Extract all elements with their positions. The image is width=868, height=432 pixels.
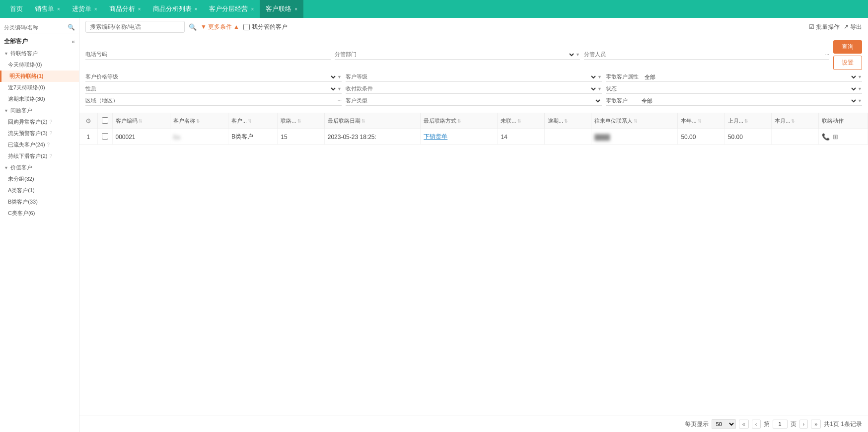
nav-close-icon[interactable]: × bbox=[57, 6, 60, 12]
sidebar-group-价值客户[interactable]: 价值客户 bbox=[0, 162, 79, 173]
sidebar-item-C类客户(6)[interactable]: C类客户(6) bbox=[0, 208, 79, 219]
phone-input[interactable] bbox=[119, 52, 331, 58]
sort-icon-unit_contact[interactable]: ⇅ bbox=[634, 119, 638, 124]
retail-customer-select[interactable]: 全部 bbox=[640, 97, 858, 104]
sort-icon-overdue[interactable]: ⇅ bbox=[564, 119, 568, 124]
last-page-button[interactable]: » bbox=[811, 420, 821, 429]
more-conditions-button[interactable]: ▼ 更多条件 ▲ bbox=[201, 23, 239, 31]
sort-icon-last_contact_method[interactable]: ⇅ bbox=[457, 119, 461, 124]
export-button[interactable]: ↗ 导出 bbox=[844, 23, 862, 31]
filter-status: 状态 ▼ bbox=[606, 85, 862, 94]
select-all-checkbox[interactable] bbox=[102, 117, 108, 124]
my-customers-checkbox[interactable] bbox=[243, 24, 250, 30]
nav-item-商品分析列表[interactable]: 商品分析列表× bbox=[147, 0, 204, 18]
help-icon[interactable]: ? bbox=[49, 153, 52, 159]
nav-item-客户分层经营[interactable]: 客户分层经营× bbox=[203, 0, 260, 18]
sidebar-search-input[interactable] bbox=[4, 24, 68, 30]
nav-close-icon[interactable]: × bbox=[195, 6, 198, 12]
help-icon[interactable]: ? bbox=[49, 131, 52, 136]
th-code[interactable]: 客户编码⇅ bbox=[112, 113, 170, 129]
sidebar-item-未分组(32)[interactable]: 未分组(32) bbox=[0, 173, 79, 185]
nav-close-icon[interactable]: × bbox=[138, 6, 141, 12]
region-input[interactable] bbox=[122, 98, 338, 104]
th-this_year[interactable]: 本年...⇅ bbox=[678, 113, 724, 129]
manager-more-icon[interactable]: ··· bbox=[825, 52, 829, 57]
nav-close-icon[interactable]: × bbox=[251, 6, 254, 12]
sidebar-item-逾期未联络(30)[interactable]: 逾期未联络(30) bbox=[0, 93, 79, 105]
settings-button[interactable]: 设置 bbox=[833, 56, 862, 70]
row-checkbox[interactable] bbox=[102, 133, 108, 140]
last-contact-method-link[interactable]: 下销货单 bbox=[424, 133, 447, 140]
th-name[interactable]: 客户名称⇅ bbox=[170, 113, 228, 129]
batch-operation-button[interactable]: ☑ 批量操作 bbox=[809, 23, 840, 31]
prev-page-button[interactable]: ‹ bbox=[752, 420, 761, 429]
search-input[interactable] bbox=[85, 21, 185, 33]
nav-item-销售单[interactable]: 销售单× bbox=[29, 0, 66, 18]
sidebar-item-今天待联络(0)[interactable]: 今天待联络(0) bbox=[0, 59, 79, 71]
sidebar-item-持续下滑客户(2)[interactable]: 持续下滑客户(2)? bbox=[0, 150, 79, 162]
th-this_month[interactable]: 本月...⇅ bbox=[772, 113, 818, 129]
th-contact[interactable]: 联络...⇅ bbox=[278, 113, 324, 129]
sidebar-group-问题客户[interactable]: 问题客户 bbox=[0, 105, 79, 116]
help-icon[interactable]: ? bbox=[49, 119, 52, 125]
search-button[interactable]: 🔍 bbox=[189, 23, 197, 31]
th-type[interactable]: 客户...⇅ bbox=[228, 113, 278, 129]
sort-icon-type[interactable]: ⇅ bbox=[248, 119, 252, 124]
th-last_contact_date[interactable]: 最后联络日期⇅ bbox=[324, 113, 421, 129]
region-more-icon[interactable]: ··· bbox=[338, 98, 342, 103]
customer-type-select[interactable] bbox=[379, 97, 602, 104]
th-label-overdue: 逾期... bbox=[548, 117, 563, 125]
sort-icon-this_year[interactable]: ⇅ bbox=[698, 119, 702, 124]
th-unit_contact[interactable]: 往来单位联系人⇅ bbox=[591, 113, 678, 129]
sort-icon-code[interactable]: ⇅ bbox=[139, 119, 143, 124]
help-icon[interactable]: ? bbox=[47, 142, 50, 147]
sidebar-item-B类客户(33)[interactable]: B类客户(33) bbox=[0, 196, 79, 208]
phone-icon[interactable]: 📞 bbox=[822, 133, 830, 141]
sidebar-group-待联络客户[interactable]: 待联络客户 bbox=[0, 48, 79, 59]
table-settings-icon[interactable]: ⚙ bbox=[85, 117, 91, 125]
td-contact: 15 bbox=[278, 129, 324, 145]
sort-icon-this_month[interactable]: ⇅ bbox=[791, 119, 795, 124]
my-customers-checkbox-label[interactable]: 我分管的客户 bbox=[243, 23, 288, 31]
nav-item-商品分析[interactable]: 商品分析× bbox=[103, 0, 147, 18]
sidebar-search-icon[interactable]: 🔍 bbox=[68, 24, 75, 31]
sort-icon-last_month[interactable]: ⇅ bbox=[744, 119, 748, 124]
sidebar-item-已流失客户(24)[interactable]: 已流失客户(24)? bbox=[0, 139, 79, 150]
sidebar-item-回购异常客户(2)[interactable]: 回购异常客户(2)? bbox=[0, 116, 79, 128]
status-select[interactable] bbox=[640, 85, 858, 92]
retail-attr-dropdown-icon: ▼ bbox=[858, 74, 862, 79]
sort-icon-name[interactable]: ⇅ bbox=[196, 119, 200, 124]
manager-input[interactable] bbox=[618, 52, 825, 58]
nav-close-icon[interactable]: × bbox=[94, 6, 97, 12]
sidebar-item-明天待联络(1)[interactable]: 明天待联络(1) bbox=[0, 71, 79, 82]
price-level-select[interactable] bbox=[122, 73, 337, 80]
payment-select[interactable] bbox=[379, 85, 597, 92]
sidebar-collapse-btn[interactable]: « bbox=[72, 38, 75, 45]
customer-level-select[interactable] bbox=[379, 73, 597, 80]
nature-select[interactable] bbox=[119, 85, 337, 92]
per-page-select[interactable]: 102050100 bbox=[712, 419, 736, 429]
th-last_contact_method[interactable]: 最后联络方式⇅ bbox=[421, 113, 498, 129]
nav-item-首页[interactable]: 首页 bbox=[4, 0, 29, 18]
sort-icon-contact[interactable]: ⇅ bbox=[297, 119, 301, 124]
sidebar-item-近7天待联络(0)[interactable]: 近7天待联络(0) bbox=[0, 82, 79, 93]
th-last_month[interactable]: 上月...⇅ bbox=[724, 113, 771, 129]
sidebar-item-流失预警客户(3)[interactable]: 流失预警客户(3)? bbox=[0, 128, 79, 139]
sidebar-item-label: 近7天待联络(0) bbox=[8, 84, 45, 91]
nav-close-icon[interactable]: × bbox=[294, 6, 297, 12]
th-uncontacted[interactable]: 未联...⇅ bbox=[498, 113, 544, 129]
th-overdue[interactable]: 逾期...⇅ bbox=[544, 113, 591, 129]
page-input[interactable] bbox=[773, 420, 788, 429]
first-page-button[interactable]: « bbox=[739, 420, 749, 429]
nav-item-客户联络[interactable]: 客户联络× bbox=[260, 0, 303, 18]
retail-attr-select[interactable]: 全部 bbox=[643, 73, 858, 80]
sort-icon-last_contact_date[interactable]: ⇅ bbox=[362, 119, 365, 124]
next-page-button[interactable]: › bbox=[799, 420, 808, 429]
nav-item-进货单[interactable]: 进货单× bbox=[66, 0, 103, 18]
sidebar-all-customers[interactable]: 全部客户 « bbox=[0, 35, 79, 48]
grid-icon[interactable]: ⊞ bbox=[833, 133, 838, 141]
sort-icon-uncontacted[interactable]: ⇅ bbox=[517, 119, 521, 124]
query-button[interactable]: 查询 bbox=[833, 40, 862, 54]
sidebar-item-A类客户(1)[interactable]: A类客户(1) bbox=[0, 185, 79, 196]
dept-select[interactable] bbox=[368, 51, 576, 58]
